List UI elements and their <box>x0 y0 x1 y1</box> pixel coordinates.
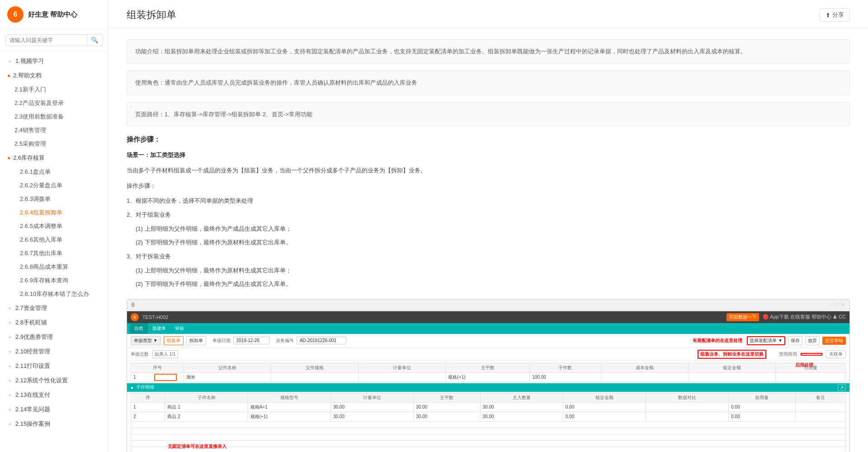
share-label: 分享 <box>832 11 844 19</box>
td-seq-1: 1 <box>131 372 184 382</box>
intro-text-2: 使用角色：通常由生产人员或库管人员完成拆装业务的操作，库管人员确认原材料的出库和… <box>135 79 417 86</box>
sidebar-item-2-13[interactable]: ＋ 2.13在线支付 <box>0 388 108 402</box>
th-unit: 计量单位 <box>359 363 446 372</box>
sidebar-item-2-label: 2.帮助文档 <box>13 71 42 80</box>
th2-spec: 规格型号 <box>248 393 330 402</box>
sidebar-item-2-6-7[interactable]: 2.6.7其他出库单 <box>0 247 108 260</box>
sidebar-item-1-label: 1.视频学习 <box>15 57 44 65</box>
sidebar-item-2-12[interactable]: ＋ 2.12系统个性化设置 <box>0 373 108 388</box>
step-2-1: (1) 上部明细为父件明细，最终作为产成品生成其它入库单； <box>136 224 850 235</box>
intro-block-2: 使用角色：通常由生产人员或库管人员完成拆装业务的操作，库管人员确认原材料的出库和… <box>127 71 850 95</box>
step-2-2: (2) 下部明细为子件明细，最终作为原材料生成其它出库单。 <box>136 237 850 248</box>
th2-compare: 数据对比 <box>646 393 729 402</box>
th-approved: 核定金额 <box>688 363 775 372</box>
inner-logo: 6 <box>131 313 139 321</box>
sync-btn: 同期数据一下 <box>726 313 759 321</box>
inner-nav-item-1: 自然 <box>130 323 148 334</box>
app-name: 好生意 帮助中心 <box>28 10 77 19</box>
sidebar-item-2-10-label: 2.10经营管理 <box>15 347 50 356</box>
plus-icon-2-13: ＋ <box>7 391 13 399</box>
inner-table1-wrap: 序号 父件名称 父件规格 计量单位 主平数 子件数 成本金额 核定金额 可用量 <box>127 361 849 383</box>
minus-icon-2: ● <box>7 155 10 161</box>
td2-qtyp-2: 30.00 <box>330 412 413 421</box>
path-text: 页面路径：1、库存核算->库存管理->组装拆卸单 2、首页->常用功能 <box>135 111 312 118</box>
sidebar-item-2-6-2[interactable]: 2.6.2分量盘点单 <box>0 179 108 192</box>
td2-cost-1: 0.00 <box>563 402 646 412</box>
annotation-label-1: 有装配清单的在这里处理 <box>693 338 742 344</box>
section-label-sub: 子件明细 <box>136 384 154 390</box>
sidebar-item-2-9[interactable]: ＋ 2.9优惠券管理 <box>0 330 108 344</box>
inner-subinfo-row: 单据总数 如果人 1/1 组装业务、拆卸业务在这里切换 货用商用 关联单 <box>127 348 849 361</box>
sidebar-item-2-1[interactable]: 2.1新手入门 <box>0 83 108 96</box>
inner-btn-save: 保存 <box>788 336 802 345</box>
screenshot-title-text: 6 <box>132 302 135 308</box>
search-input[interactable] <box>5 34 87 46</box>
td-fspec-1 <box>271 372 359 382</box>
sidebar-item-2-7[interactable]: ＋ 2.7资金管理 <box>0 301 108 315</box>
sidebar-item-2-4[interactable]: 2.4销售管理 <box>0 124 108 137</box>
sidebar-item-2-15[interactable]: ＋ 2.15操作案例 <box>0 417 108 431</box>
table-row <box>131 421 846 428</box>
sidebar-item-2-8[interactable]: ＋ 2.8手机旺辅 <box>0 315 108 330</box>
search-box: 🔍 <box>0 29 108 51</box>
td2-qtya-2: 30.00 <box>480 412 563 421</box>
sidebar-item-1[interactable]: ＋ 1.视频学习 <box>0 54 108 68</box>
sidebar: 6 好生意 帮助中心 🔍 ＋ 1.视频学习 ● 2.帮助文档 2.1新手入门 2… <box>0 0 108 452</box>
sidebar-item-2-12-label: 2.12系统个性化设置 <box>15 376 68 385</box>
plus-icon-2-9: ＋ <box>7 333 13 341</box>
step-3-1: (1) 上部明细为父件明细，最终作为原材料生成其它出库单； <box>136 265 850 276</box>
td2-cmp-1 <box>646 402 729 412</box>
plus-icon-2-14: ＋ <box>7 406 13 414</box>
th-fspec: 父件规格 <box>271 363 359 372</box>
table-row <box>131 447 846 452</box>
plus-icon-2-8: ＋ <box>7 319 13 327</box>
page-title: 组装拆卸单 <box>127 8 176 22</box>
minus-icon: ● <box>7 72 10 79</box>
sidebar-item-2-10[interactable]: ＋ 2.10经营管理 <box>0 344 108 359</box>
td-qty1-1: 规格(+1) <box>446 372 530 382</box>
th2-qty-act: 主入数量 <box>480 393 563 402</box>
annotation-label-4: 无固定清单可在这里直接录入 <box>168 443 226 450</box>
sidebar-item-2-5[interactable]: 2.5采购管理 <box>0 137 108 151</box>
sidebar-item-2-6-9[interactable]: 2.6.9库存账本查询 <box>0 274 108 287</box>
search-button[interactable]: 🔍 <box>87 34 103 46</box>
sidebar-item-2-6-6[interactable]: 2.6.6其他入库单 <box>0 233 108 247</box>
tb-field-bizno: AD-20191226-001 <box>297 337 346 344</box>
td-unit-1 <box>359 372 446 382</box>
th-seq: 序号 <box>131 363 184 372</box>
sidebar-item-2-6-1[interactable]: 2.6.1盘点单 <box>0 165 108 179</box>
sidebar-item-2[interactable]: ● 2.帮助文档 <box>0 68 108 83</box>
inner-btn-bom: 选择装配清单 ▼ <box>747 336 785 345</box>
sidebar-item-2-14[interactable]: ＋ 2.14常见问题 <box>0 402 108 417</box>
tb-label-bizno: 业务编号 <box>276 338 294 344</box>
tb-field-date: 2019-12-26 <box>233 337 269 344</box>
table-row: 1 商品 1 规格A+1 30.00 30.00 30.00 0.00 0.0 <box>131 402 846 412</box>
td2-remark-1 <box>795 402 845 412</box>
inner-table1: 序号 父件名称 父件规格 计量单位 主平数 子件数 成本金额 核定金额 可用量 <box>131 363 846 382</box>
sidebar-item-2-3[interactable]: 2.3使用前数据准备 <box>0 110 108 124</box>
sidebar-item-2-11[interactable]: ＋ 2.11打印设置 <box>0 359 108 373</box>
sidebar-item-2-6-3[interactable]: 2.6.3调拨单 <box>0 192 108 206</box>
inner-nav-item-3: 审核 <box>170 323 189 334</box>
sidebar-item-2-6-8[interactable]: 2.6.8商品成本重算 <box>0 260 108 274</box>
td2-cmp-2 <box>646 412 729 421</box>
sidebar-item-2-6-4[interactable]: 2.6.4组装拆卸单 <box>0 206 108 219</box>
plus-icon-2-10: ＋ <box>7 348 13 356</box>
sidebar-item-2-7-label: 2.7资金管理 <box>15 304 47 312</box>
share-button[interactable]: ⬆ 分享 <box>820 8 850 22</box>
annotation-label-3: 启用处理 <box>795 362 813 368</box>
inner-toolbar-row1: 单据类型 ▼ 组装单 拆卸单 单据日期 2019-12-26 业务编号 AD-2… <box>127 334 849 348</box>
th2-cost: 核定金额 <box>563 393 646 402</box>
td2-seq-2: 2 <box>131 412 165 421</box>
sidebar-item-2-15-label: 2.15操作案例 <box>15 420 50 428</box>
td2-spec-1: 规格A+1 <box>248 402 330 412</box>
sidebar-item-2-6[interactable]: ● 2.6库存核算 <box>0 151 108 165</box>
table-row <box>131 434 846 440</box>
plus-icon-2-15: ＋ <box>7 420 13 428</box>
sidebar-item-2-8-label: 2.8手机旺辅 <box>15 319 47 327</box>
sidebar-item-2-6-10[interactable]: 2.6.10库存账本错了怎么办 <box>0 287 108 301</box>
sidebar-item-2-6-5[interactable]: 2.6.5成本调整单 <box>0 219 108 233</box>
scenario1-desc: 当由多个子件材料组装成一个成品的业务为【组装】业务，当由一个父件拆分成多个子产品… <box>127 165 850 176</box>
sidebar-item-2-2[interactable]: 2.2产品安装及登录 <box>0 96 108 110</box>
ops-steps-label: 操作步骤： <box>127 180 850 192</box>
